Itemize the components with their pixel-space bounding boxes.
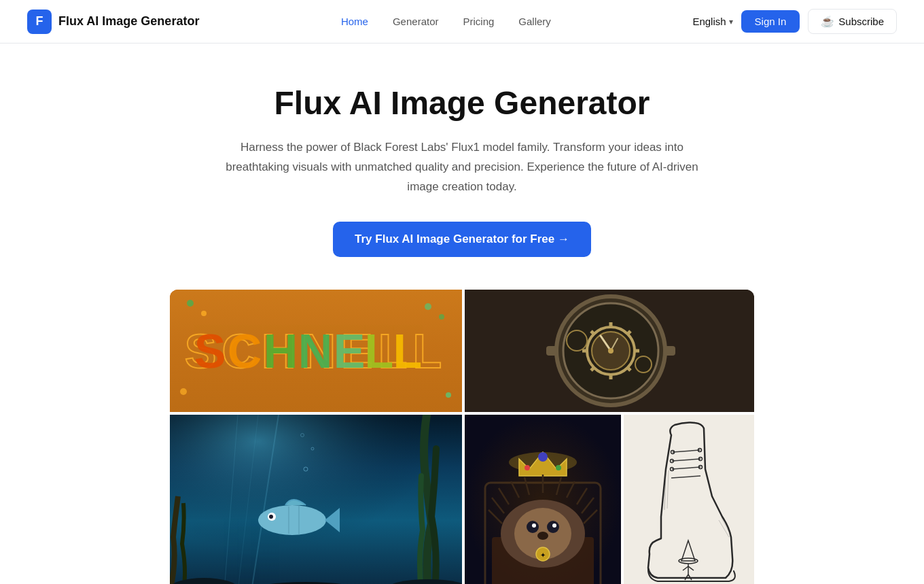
svg-rect-34 — [663, 346, 675, 356]
svg-line-25 — [591, 331, 594, 334]
svg-point-44 — [258, 505, 326, 535]
hero-section: Flux AI Image Generator Harness the powe… — [0, 44, 924, 584]
svg-rect-35 — [546, 346, 558, 356]
gallery-image-sketch-boot — [624, 415, 754, 584]
svg-text:✦: ✦ — [540, 551, 546, 559]
subscribe-button[interactable]: ☕ Subscribe — [808, 9, 897, 34]
chevron-down-icon: ▾ — [729, 17, 733, 27]
svg-point-3 — [201, 311, 207, 316]
brand-name[interactable]: Flux AI Image Generator — [58, 14, 199, 29]
nav-actions: English ▾ Sign In ☕ Subscribe — [692, 9, 897, 34]
svg-point-31 — [608, 348, 614, 354]
svg-rect-79 — [624, 415, 754, 584]
cta-button[interactable]: Try Flux AI Image Generator for Free → — [333, 222, 591, 257]
svg-point-76 — [537, 532, 548, 540]
gallery-image-underwater — [170, 415, 462, 584]
brand-logo-icon: F — [27, 10, 52, 34]
coffee-icon: ☕ — [821, 15, 834, 28]
svg-text:C: C — [228, 325, 262, 378]
svg-point-5 — [439, 314, 444, 320]
svg-point-46 — [269, 515, 273, 519]
nav-link-pricing[interactable]: Pricing — [463, 16, 494, 27]
hero-description: Harness the power of Black Forest Labs' … — [217, 138, 707, 197]
svg-point-4 — [425, 303, 431, 310]
svg-text:L: L — [393, 325, 423, 378]
hero-title: Flux AI Image Generator — [274, 84, 650, 122]
svg-text:H: H — [264, 325, 298, 378]
svg-line-26 — [628, 331, 630, 334]
nav-link-generator[interactable]: Generator — [393, 16, 439, 27]
subscribe-label: Subscribe — [838, 16, 884, 27]
nav-link-home[interactable]: Home — [341, 16, 368, 27]
svg-point-57 — [525, 465, 530, 470]
gallery-image-watch — [465, 290, 754, 412]
gallery-image-schnell: SCHNELL S C H N E L L — [170, 290, 462, 412]
svg-point-75 — [552, 523, 556, 528]
nav-links: Home Generator Pricing Gallery — [341, 16, 551, 27]
language-selector[interactable]: English ▾ — [692, 16, 732, 27]
gallery-bottom-row: ✦ — [170, 415, 754, 584]
svg-point-58 — [556, 465, 561, 470]
svg-text:S: S — [194, 325, 226, 378]
svg-text:L: L — [365, 325, 394, 378]
svg-text:N: N — [298, 325, 333, 378]
svg-point-2 — [187, 300, 194, 307]
signin-button[interactable]: Sign In — [741, 10, 800, 33]
svg-line-27 — [591, 368, 594, 371]
gallery-grid: SCHNELL S C H N E L L — [170, 290, 754, 584]
nav-brand-group: F Flux AI Image Generator — [27, 10, 199, 34]
svg-point-7 — [446, 392, 451, 398]
svg-point-74 — [532, 523, 536, 528]
svg-text:E: E — [334, 325, 366, 378]
gallery-image-hedgehog: ✦ — [465, 415, 621, 584]
svg-point-56 — [538, 452, 548, 462]
language-label: English — [692, 16, 726, 27]
navbar: F Flux AI Image Generator Home Generator… — [0, 0, 924, 44]
svg-point-6 — [180, 388, 187, 395]
svg-line-28 — [628, 368, 630, 371]
nav-link-gallery[interactable]: Gallery — [518, 16, 551, 27]
